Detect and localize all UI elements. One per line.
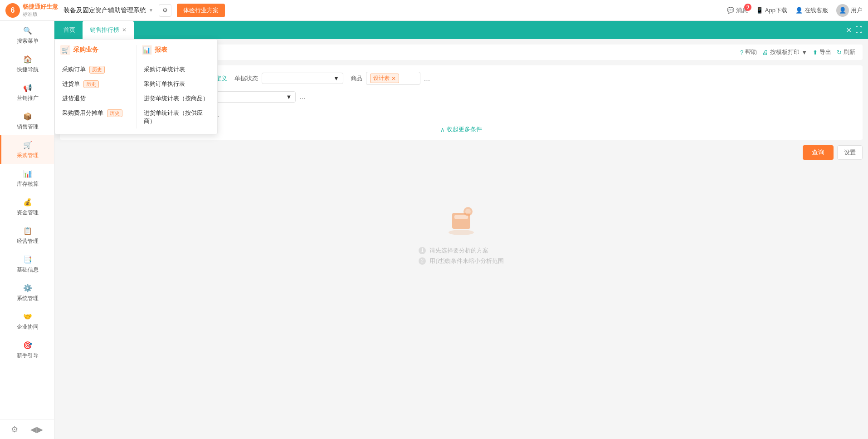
goods-tag-close[interactable]: ✕: [391, 75, 396, 82]
purchase-col-icon: 🛒: [60, 45, 70, 55]
help-icon: ?: [740, 49, 743, 56]
operations-icon: 📋: [23, 226, 33, 236]
report-col: 📊 报表 采购订单统计表 采购订单执行表 进货单统计表（按商品） 进货单统计表（…: [136, 45, 218, 128]
sidebar-item-finance[interactable]: 💰 资金管理: [0, 192, 54, 221]
tab-bar: 首页 销售排行榜 ✕ ✕ ⛶: [54, 21, 868, 39]
inventory-icon: 📊: [23, 168, 33, 178]
svg-point-0: [449, 230, 474, 235]
message-button[interactable]: 💬 消息 9: [727, 6, 748, 15]
chevron-down-icon: ▼: [333, 75, 339, 82]
empty-hint: 1 请先选择要分析的方案 2 用[过滤]条件来缩小分析范围: [419, 245, 503, 266]
svg-point-4: [465, 209, 471, 214]
chevron-down-icon: ▼: [286, 94, 292, 100]
salesperson-dots[interactable]: ...: [299, 93, 305, 101]
tab-expand-icon[interactable]: ⛶: [855, 26, 863, 34]
table-settings-button[interactable]: 设置: [837, 145, 863, 160]
sales-icon: 📦: [23, 111, 33, 121]
dropdown-item-goods-stat-by-supplier[interactable]: 进货单统计表（按供应商）: [142, 106, 212, 128]
print-dropdown-icon[interactable]: ▼: [801, 49, 807, 56]
dropdown-item-goods-receipt[interactable]: 进货单 历史: [60, 77, 131, 91]
purchase-col-header: 🛒 采购业务: [60, 45, 131, 58]
online-service-icon: 👤: [795, 7, 803, 14]
empty-state: 1 请先选择要分析的方案 2 用[过滤]条件来缩小分析范围: [60, 165, 863, 303]
refresh-button[interactable]: ↻ 刷新: [837, 48, 855, 56]
trial-button[interactable]: 体验行业方案: [177, 4, 225, 17]
system-title-dropdown-icon[interactable]: ▼: [149, 8, 153, 13]
tab-close-icon[interactable]: ✕: [122, 27, 127, 33]
app-download-icon: 📱: [756, 7, 763, 14]
sidebar: 🔍 搜索菜单 🏠 快捷导航 📢 营销推广 📦 销售管理 🛒 采购管理 📊 库存核…: [0, 21, 54, 439]
logo-text: 畅捷通好生意 标准版: [23, 3, 58, 17]
dropdown-item-purchase-order-exec[interactable]: 采购订单执行表: [142, 77, 212, 91]
dropdown-item-goods-stat-by-product[interactable]: 进货单统计表（按商品）: [142, 91, 212, 106]
sidebar-item-operations[interactable]: 📋 经营管理: [0, 221, 54, 250]
refresh-icon: ↻: [837, 49, 842, 56]
svg-rect-2: [454, 215, 468, 219]
sidebar-item-system[interactable]: ⚙️ 系统管理: [0, 278, 54, 307]
help-button[interactable]: ? 帮助: [740, 48, 757, 56]
system-settings-button[interactable]: ⚙: [159, 4, 171, 17]
collapse-button[interactable]: ∧ 收起更多条件: [440, 125, 482, 133]
dropdown-item-purchase-order[interactable]: 采购订单 历史: [60, 62, 131, 77]
sidebar-item-search[interactable]: 🔍 搜索菜单: [0, 21, 54, 49]
voucher-status-filter: 单据状态 ▼: [234, 73, 343, 84]
guide-icon: 🎯: [23, 340, 33, 350]
sidebar-item-marketing[interactable]: 📢 营销推广: [0, 78, 54, 107]
history-tag: 历史: [83, 80, 99, 88]
sidebar-item-guide[interactable]: 🎯 新手引导: [0, 335, 54, 364]
query-button[interactable]: 查询: [803, 145, 834, 160]
goods-tag: 设计素 ✕: [370, 74, 399, 83]
sidebar-item-sales[interactable]: 📦 销售管理: [0, 107, 54, 135]
sidebar-collapse-button[interactable]: ◀▶: [30, 424, 43, 434]
system-title: 装备及固定资产辅助管理系统 ▼: [63, 6, 153, 15]
report-col-icon: 📊: [142, 45, 152, 55]
sidebar-item-inventory[interactable]: 📊 库存核算: [0, 164, 54, 192]
online-service-button[interactable]: 👤 在线客服: [795, 6, 828, 15]
sidebar-item-purchase[interactable]: 🛒 采购管理: [0, 135, 54, 164]
print-button[interactable]: 🖨 按模板打印 ▼: [762, 48, 807, 56]
sidebar-item-enterprise[interactable]: 🤝 企业协同: [0, 307, 54, 335]
message-icon: 💬: [727, 7, 734, 14]
logo-area: 6 畅捷通好生意 标准版: [5, 3, 58, 18]
tab-sales-rank[interactable]: 销售排行榜 ✕: [83, 21, 134, 39]
header-right: 💬 消息 9 📱 App下载 👤 在线客服 👤 用户: [727, 4, 863, 17]
finance-icon: 💰: [23, 197, 33, 207]
salesperson-select[interactable]: ▼: [214, 91, 296, 103]
sidebar-settings-button[interactable]: ⚙: [11, 424, 18, 434]
goods-input[interactable]: 设计素 ✕: [366, 72, 420, 85]
user-button[interactable]: 👤 用户: [836, 4, 863, 17]
app-download-button[interactable]: 📱 App下载: [756, 6, 787, 15]
tab-home[interactable]: 首页: [56, 21, 83, 39]
search-icon: 🔍: [23, 25, 33, 35]
top-header: 6 畅捷通好生意 标准版 装备及固定资产辅助管理系统 ▼ ⚙ 体验行业方案 💬 …: [0, 0, 868, 21]
main-layout: 🔍 搜索菜单 🏠 快捷导航 📢 营销推广 📦 销售管理 🛒 采购管理 📊 库存核…: [0, 21, 868, 439]
dropdown-item-purchase-expense[interactable]: 采购费用分摊单 历史: [60, 106, 131, 120]
export-button[interactable]: ⬆ 导出: [813, 48, 831, 56]
system-icon: ⚙️: [23, 283, 33, 293]
export-icon: ⬆: [813, 49, 818, 56]
sidebar-item-quicknav[interactable]: 🏠 快捷导航: [0, 49, 54, 78]
print-icon: 🖨: [762, 49, 768, 56]
goods-more-icon[interactable]: ...: [424, 74, 430, 83]
report-col-header: 📊 报表: [142, 45, 212, 58]
sidebar-item-basic[interactable]: 📑 基础信息: [0, 250, 54, 278]
history-tag: 历史: [107, 109, 122, 117]
dropdown-item-purchase-order-stat[interactable]: 采购订单统计表: [142, 62, 212, 77]
collapse-icon: ∧: [440, 126, 445, 133]
marketing-icon: 📢: [23, 83, 33, 93]
tab-close-all-icon[interactable]: ✕: [846, 26, 852, 35]
voucher-status-select[interactable]: ▼: [262, 73, 343, 84]
enterprise-icon: 🤝: [23, 311, 33, 321]
purchase-col: 🛒 采购业务 采购订单 历史 进货单 历史 进货退货: [55, 45, 136, 128]
tab-bar-right: ✕ ⛶: [846, 26, 866, 35]
avatar: 👤: [836, 4, 849, 17]
content-area: 首页 销售排行榜 ✕ ✕ ⛶ 🛒 采购业务: [54, 21, 868, 439]
empty-illustration: [443, 202, 479, 238]
home-icon: 🏠: [23, 54, 33, 64]
dropdown-menu: 🛒 采购业务 采购订单 历史 进货单 历史 进货退货: [54, 39, 218, 134]
query-settings-row: 查询 设置: [60, 145, 863, 160]
history-tag: 历史: [89, 66, 105, 74]
logo-icon: 6: [5, 3, 20, 18]
dropdown-item-goods-return[interactable]: 进货退货: [60, 91, 131, 106]
basic-icon: 📑: [23, 254, 33, 264]
